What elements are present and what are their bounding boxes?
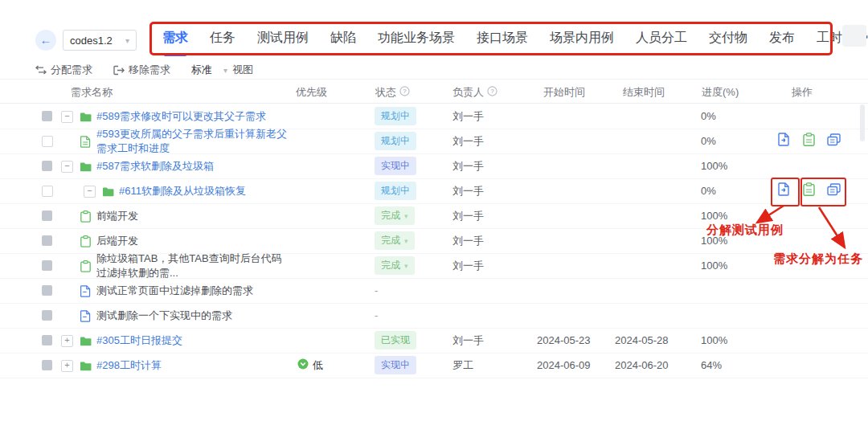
row-checkbox[interactable] — [42, 161, 52, 171]
help-icon[interactable]: ? — [399, 86, 410, 99]
collapse-toggle[interactable]: − — [84, 186, 96, 198]
table-row: 除垃圾箱TAB，其他TAB查询时后台代码过滤掉软删的需...完成▾刘一手100% — [0, 253, 868, 279]
requirement-link[interactable]: #298工时计算 — [96, 353, 162, 378]
priority-label: 低 — [313, 358, 323, 373]
row-checkbox[interactable] — [42, 360, 52, 370]
expand-toggle[interactable]: + — [61, 335, 73, 347]
folder-icon — [101, 185, 114, 198]
status-cell: 完成▾ — [375, 203, 415, 228]
row-checkbox[interactable] — [42, 260, 52, 271]
owner-cell: 刘一手 — [452, 253, 484, 278]
status-badge-label: 已实现 — [381, 333, 410, 347]
remove-requirement-button[interactable]: 移除需求 — [113, 63, 170, 77]
owner-cell: 刘一手 — [452, 203, 484, 228]
status-cell: 完成▾ — [375, 253, 415, 278]
status-badge[interactable]: 完成▾ — [375, 231, 415, 250]
split-testcase-icon — [778, 182, 790, 199]
status-cell: 已实现 — [375, 328, 416, 353]
vertical-scrollbar[interactable] — [860, 104, 865, 141]
row-checkbox[interactable] — [42, 111, 52, 121]
tab-item-6[interactable]: 场景内用例 — [550, 30, 614, 51]
progress-cell: 100% — [701, 328, 727, 353]
table-row: 测试删除一个下实现中的需求- — [0, 303, 868, 329]
status-badge[interactable]: 实现中 — [375, 157, 416, 175]
tab-item-4[interactable]: 功能业务场景 — [378, 30, 455, 51]
back-button[interactable]: ← — [35, 30, 56, 51]
project-select[interactable]: codes1.2 ▾ — [63, 30, 137, 51]
help-icon[interactable]: ? — [487, 86, 497, 99]
row-checkbox[interactable] — [42, 335, 52, 345]
status-badge-label: 完成 — [381, 209, 400, 223]
copy-requirement-button[interactable] — [826, 134, 841, 149]
tab-item-8[interactable]: 交付物 — [709, 30, 747, 51]
tab-requirements[interactable]: 需求 — [162, 30, 188, 51]
owner-cell: 罗工 — [452, 353, 473, 378]
column-header-label: 状态 — [375, 85, 396, 100]
assign-requirement-button[interactable]: 分配需求 — [35, 63, 92, 77]
split-to-task-button[interactable] — [801, 134, 816, 149]
module-tabs: 需求任务测试用例缺陷功能业务场景接口场景场景内用例人员分工交付物发布工时趋势 — [162, 27, 868, 54]
more-tabs-button[interactable] — [842, 25, 866, 47]
start-date-cell: 2024-06-09 — [537, 353, 591, 378]
view-label[interactable]: 视图 — [232, 63, 253, 77]
expand-toggle[interactable]: + — [61, 360, 73, 372]
status-cell: 规划中 — [375, 104, 416, 129]
requirement-link[interactable]: #305工时日报提交 — [96, 328, 182, 353]
tab-item-7[interactable]: 人员分工 — [636, 30, 687, 51]
view-mode-select[interactable]: 标准 — [191, 63, 212, 77]
start-date-cell: 2024-05-23 — [537, 328, 591, 353]
priority-cell: 低 — [297, 353, 323, 378]
assign-requirement-label: 分配需求 — [51, 63, 92, 77]
table-row: 前端开发完成▾刘一手100% — [0, 203, 868, 229]
tab-item-2[interactable]: 测试用例 — [257, 30, 309, 51]
status-cell: 完成▾ — [375, 228, 415, 253]
task-name: 除垃圾箱TAB，其他TAB查询时后台代码过滤掉软删的需... — [96, 253, 289, 278]
requirement-link[interactable]: #611软删除及从垃圾箱恢复 — [119, 178, 246, 203]
status-badge[interactable]: 规划中 — [375, 132, 416, 150]
copy-requirement-button[interactable] — [826, 184, 841, 198]
status-cell: 规划中 — [375, 178, 416, 203]
owner-cell: 刘一手 — [452, 328, 484, 353]
row-checkbox[interactable] — [42, 235, 52, 246]
status-badge[interactable]: 实现中 — [375, 356, 416, 374]
tab-item-5[interactable]: 接口场景 — [477, 30, 528, 51]
task-name: 测试删除一个下实现中的需求 — [96, 303, 232, 328]
split-to-testcase-button[interactable] — [776, 134, 791, 149]
split-to-testcase-button[interactable] — [776, 184, 791, 198]
status-badge[interactable]: 规划中 — [375, 107, 416, 125]
status-badge[interactable]: 完成▾ — [375, 206, 415, 225]
row-checkbox[interactable] — [42, 285, 52, 296]
status-badge-label: 完成 — [381, 259, 400, 272]
column-header-3: 负责人? — [452, 85, 497, 100]
status-badge[interactable]: 已实现 — [375, 331, 416, 349]
progress-cell: 0% — [701, 178, 716, 203]
requirement-link[interactable]: #587需求软删除及垃圾箱 — [96, 153, 214, 178]
table-row: −#587需求软删除及垃圾箱实现中刘一手100% — [0, 153, 868, 179]
row-checkbox[interactable] — [42, 186, 53, 197]
tab-item-9[interactable]: 发布 — [769, 30, 795, 51]
collapse-toggle[interactable]: − — [61, 161, 73, 173]
requirement-link[interactable]: #589需求修改时可以更改其父子需求 — [96, 104, 266, 129]
status-cell: - — [375, 303, 378, 328]
status-badge-label: 规划中 — [381, 109, 410, 123]
table-row: 后端开发完成▾刘一手100% — [0, 228, 868, 254]
column-header-1: 优先级 — [296, 85, 327, 100]
progress-cell: 64% — [701, 353, 722, 378]
task-name: 测试正常页面中过滤掉删除的需求 — [96, 278, 253, 303]
row-checkbox[interactable] — [42, 136, 53, 147]
svg-text:?: ? — [490, 88, 494, 95]
collapse-toggle[interactable]: − — [61, 111, 73, 123]
progress-cell: 100% — [701, 253, 727, 278]
status-badge[interactable]: 完成▾ — [375, 256, 415, 275]
row-checkbox[interactable] — [42, 210, 52, 221]
tab-item-1[interactable]: 任务 — [210, 30, 235, 51]
tab-item-3[interactable]: 缺陷 — [330, 30, 356, 51]
progress-cell: 100% — [701, 228, 727, 253]
row-checkbox[interactable] — [42, 310, 52, 321]
split-to-task-button[interactable] — [801, 184, 816, 198]
project-select-value: codes1.2 — [70, 35, 113, 47]
progress-cell: 0% — [701, 129, 716, 153]
requirement-link[interactable]: #593更改所属的父子需求后重计算新老父需求工时和进度 — [96, 129, 289, 153]
status-badge[interactable]: 规划中 — [375, 182, 416, 200]
column-header-5: 结束时间 — [623, 85, 665, 100]
